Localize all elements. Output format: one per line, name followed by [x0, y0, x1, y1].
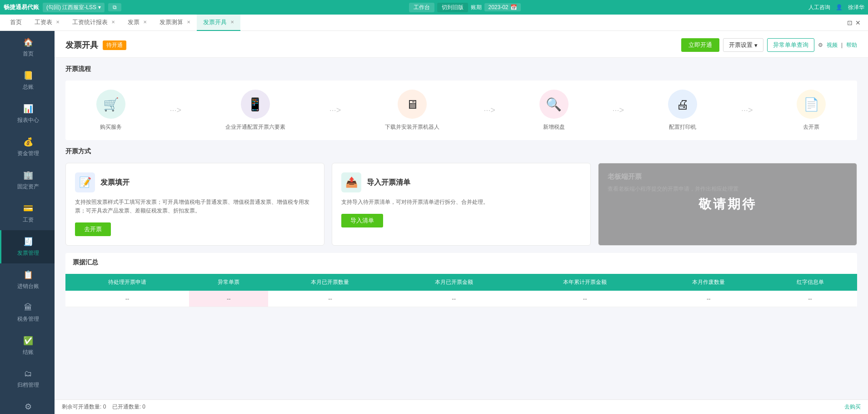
method-import-icon: 📤	[341, 172, 361, 192]
step-buy-label: 购买服务	[100, 123, 122, 131]
method-import-desc: 支持导入待开票清单，可对待开票清单进行拆分、合并处理。	[341, 198, 581, 207]
settlement-icon: ✅	[23, 336, 33, 346]
tab-salary-report[interactable]: 工资统计报表 ✕	[66, 15, 121, 31]
app-logo: 畅捷通易代账	[4, 3, 39, 11]
activate-button[interactable]: 立即开通	[681, 38, 719, 52]
sidebar-item-home[interactable]: 🏠 首页	[0, 31, 55, 64]
reports-icon: 📊	[23, 104, 33, 114]
coming-soon-text: 敬请期待	[698, 196, 757, 213]
step-issue-label: 去开票	[803, 123, 819, 131]
invoice-methods: 📝 发票填开 支持按照发票样式手工填写开发票；可开具增值税电子普通发票、增值税普…	[65, 163, 857, 246]
tab-invoice-issue[interactable]: 发票开具 ✕	[197, 15, 240, 31]
tab-salary-report-close[interactable]: ✕	[111, 20, 115, 25]
step-config[interactable]: 📱 企业开通配置开票六要素	[225, 90, 285, 131]
content-body: 开票流程 🛒 购买服务 ···> 📱 企业开通配置开票六要素 ···> 🖥	[55, 58, 868, 314]
step-taxdisk[interactable]: 🔍 新增税盘	[539, 90, 569, 131]
sidebar-label-salary: 工资	[23, 216, 34, 224]
sidebar-item-ledger[interactable]: 📒 总账	[0, 64, 55, 97]
workspace-button[interactable]: 工作台	[409, 3, 434, 12]
main-content: 发票开具 待开通 立即开通 开票设置 ▾ 异常单单查询 ⚙ 视频 | 帮助	[55, 31, 868, 414]
invoice-icon: 🧾	[23, 237, 33, 247]
period-selector[interactable]: 2023-02 📅	[484, 3, 520, 11]
sidebar-item-invoice[interactable]: 🧾 发票管理	[0, 230, 55, 263]
sidebar-label-invoice: 发票管理	[17, 249, 39, 257]
buy-link[interactable]: 去购买	[844, 403, 861, 411]
tab-salary-table[interactable]: 工资表 ✕	[28, 15, 66, 31]
import-list-button[interactable]: 导入清单	[341, 214, 383, 227]
step-issue[interactable]: 📄 去开票	[797, 90, 826, 131]
query-button[interactable]: 异常单单查询	[767, 38, 814, 52]
sidebar-item-assets[interactable]: 🏢 固定资产	[0, 164, 55, 197]
cell-void-count: --	[654, 291, 763, 307]
step-taxdisk-label: 新增税盘	[543, 123, 565, 131]
view-label[interactable]: 视频	[827, 41, 838, 49]
ledger-icon: 📒	[23, 71, 33, 81]
sidebar-label-funds: 资金管理	[17, 150, 39, 157]
step-arrow-4: ···>	[613, 106, 624, 115]
dropdown-icon: ▾	[754, 42, 758, 49]
archive-icon: 🗂	[24, 369, 32, 379]
step-download[interactable]: 🖥 下载并安装开票机器人	[385, 90, 439, 131]
sidebar-label-tax: 税务管理	[17, 315, 39, 323]
step-buy-icon: 🛒	[96, 90, 125, 119]
step-printer-icon: 🖨	[668, 90, 697, 119]
company-selector[interactable]: (勾回) 江西服室-LSS ▾	[43, 3, 105, 12]
tab-invoice-calc[interactable]: 发票测算 ✕	[153, 15, 197, 31]
step-config-label: 企业开通配置开票六要素	[225, 123, 285, 131]
period-value: 2023-02	[488, 4, 508, 10]
method-manual-icon: 📝	[75, 172, 95, 192]
switch-old-button[interactable]: 切到旧版	[437, 3, 468, 12]
service-button[interactable]: 人工咨询	[808, 4, 830, 11]
tab-salary-report-label: 工资统计报表	[72, 18, 108, 26]
tab-home[interactable]: 首页	[4, 15, 28, 31]
sidebar-item-tax[interactable]: 🏛 税务管理	[0, 297, 55, 329]
sidebar-item-salary[interactable]: 💳 工资	[0, 197, 55, 230]
tab-invoice[interactable]: 发票 ✕	[121, 15, 153, 31]
go-issue-button[interactable]: 去开票	[75, 222, 111, 236]
tab-invoice-calc-label: 发票测算	[160, 18, 183, 26]
step-printer-label: 配置打印机	[669, 123, 696, 131]
step-config-icon: 📱	[241, 90, 270, 119]
tab-invoice-close[interactable]: ✕	[143, 20, 147, 25]
sidebar-item-settings[interactable]: ⚙ 设置	[0, 395, 55, 414]
sidebar-label-home: 首页	[23, 50, 34, 58]
home-icon: 🏠	[23, 37, 33, 47]
cell-month-count: --	[268, 291, 392, 307]
sidebar-label-settlement: 结账	[23, 348, 34, 356]
step-arrow-1: ···>	[170, 106, 181, 115]
layout: 🏠 首页 📒 总账 📊 报表中心 💰 资金管理 🏢 固定资产 💳 工资 🧾 发票…	[0, 31, 868, 414]
method-manual-title: 发票填开	[100, 178, 130, 187]
opened-label: 已开通数量: 0	[112, 404, 145, 410]
settings-button[interactable]: 开票设置 ▾	[723, 38, 763, 52]
sidebar-item-archive[interactable]: 🗂 归档管理	[0, 363, 55, 395]
nav-tabs: 首页 工资表 ✕ 工资统计报表 ✕ 发票 ✕ 发票测算 ✕ 发票开具 ✕ ⊡ ✕	[0, 15, 868, 31]
tab-invoice-calc-close[interactable]: ✕	[187, 20, 190, 25]
bottom-bar: 剩余可开通数量: 0 已开通数量: 0 去购买	[55, 399, 868, 414]
coming-soon-overlay: 敬请期待	[599, 163, 857, 245]
tab-invoice-issue-close[interactable]: ✕	[230, 20, 234, 25]
summary-data-row: -- -- -- -- -- -- --	[65, 291, 857, 307]
sidebar-item-reports[interactable]: 📊 报表中心	[0, 97, 55, 131]
step-arrow-3: ···>	[484, 106, 495, 115]
help-label[interactable]: 帮助	[846, 41, 857, 49]
tab-invoice-label: 发票	[128, 18, 140, 26]
summary-table: 待处理开票申请 异常单票 本月已开票数量 本月已开票金额 本年累计开票金额 本月…	[65, 274, 857, 307]
step-printer[interactable]: 🖨 配置打印机	[668, 90, 697, 131]
sidebar-item-purchase[interactable]: 📋 进销台账	[0, 263, 55, 297]
top-bar-center: 工作台 切到旧版 账期 2023-02 📅	[409, 3, 520, 12]
tab-salary-table-close[interactable]: ✕	[56, 20, 60, 25]
sidebar-label-purchase: 进销台账	[17, 283, 39, 290]
tab-home-label: 首页	[10, 18, 22, 26]
settings-button-label: 开票设置	[729, 41, 753, 49]
method-card-old: 老板端开票 查看老板端小程序提交的开票申请，并作出相应处理置 敬请期待	[598, 163, 857, 246]
close-button[interactable]: ✕	[855, 19, 861, 26]
copy-button[interactable]: ⧉	[108, 3, 121, 11]
summary-title: 票据汇总	[73, 258, 850, 267]
page-actions: 立即开通 开票设置 ▾ 异常单单查询 ⚙ 视频 | 帮助	[681, 38, 857, 52]
restore-button[interactable]: ⊡	[847, 19, 853, 26]
sidebar-item-settlement[interactable]: ✅ 结账	[0, 329, 55, 363]
summary-header-row: 待处理开票申请 异常单票 本月已开票数量 本月已开票金额 本年累计开票金额 本月…	[65, 274, 857, 291]
sidebar-item-funds[interactable]: 💰 资金管理	[0, 131, 55, 164]
step-buy[interactable]: 🛒 购买服务	[96, 90, 125, 131]
sidebar: 🏠 首页 📒 总账 📊 报表中心 💰 资金管理 🏢 固定资产 💳 工资 🧾 发票…	[0, 31, 55, 414]
